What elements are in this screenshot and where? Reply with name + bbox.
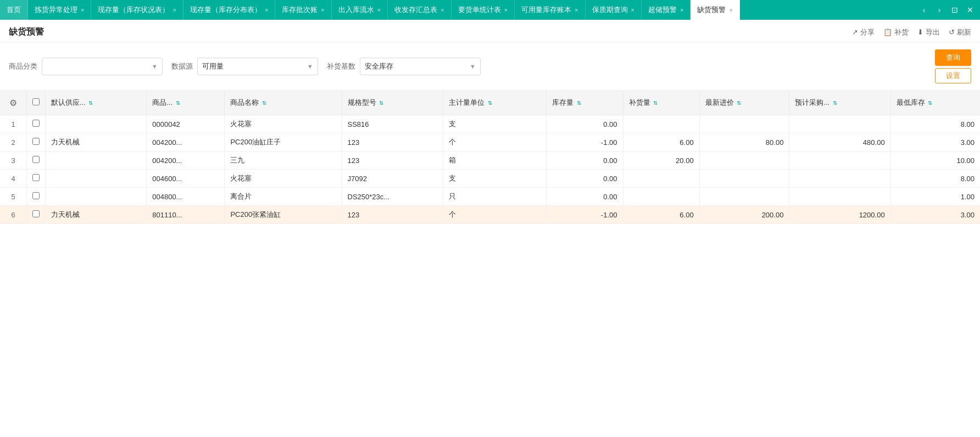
col-supplier[interactable]: 默认供应... ⇅ bbox=[46, 91, 147, 115]
export-action[interactable]: ⬇ 导出 bbox=[917, 27, 940, 37]
table-row: 2 力天机械 004200... PC200油缸庄子 123 个 -1.00 6… bbox=[0, 133, 980, 152]
col-replenish-qty[interactable]: 补货量 ⇅ bbox=[623, 91, 699, 115]
query-button[interactable]: 查询 bbox=[935, 49, 971, 66]
replenish-label: 补货基数 bbox=[327, 61, 355, 71]
share-action[interactable]: ↗ 分享 bbox=[852, 27, 875, 37]
category-select[interactable]: ▼ bbox=[42, 58, 163, 75]
tab-picking[interactable]: 拣货异常处理 × bbox=[28, 0, 91, 20]
tab-stock-status[interactable]: 现存量（库存状况表） × bbox=[91, 0, 183, 20]
export-icon: ⬇ bbox=[917, 28, 923, 36]
row-check-1[interactable] bbox=[27, 115, 46, 133]
row-stock-6: -1.00 bbox=[547, 206, 623, 224]
row-check-3[interactable] bbox=[27, 152, 46, 170]
select-all-checkbox[interactable] bbox=[32, 98, 40, 105]
row-replenish-qty-2: 6.00 bbox=[623, 133, 699, 152]
row-est-purchase-5 bbox=[789, 188, 890, 206]
row-checkbox-6[interactable] bbox=[32, 210, 40, 217]
row-min-stock-6: 3.00 bbox=[890, 206, 980, 224]
tab-expiry[interactable]: 保质期查询 × bbox=[586, 0, 642, 20]
row-check-4[interactable] bbox=[27, 170, 46, 188]
row-product-code-5: 004800... bbox=[147, 188, 225, 206]
tab-demand[interactable]: 要货单统计表 × bbox=[452, 0, 515, 20]
row-checkbox-1[interactable] bbox=[32, 120, 40, 127]
close-tab-shortage[interactable]: × bbox=[729, 7, 732, 13]
nav-next-btn[interactable]: › bbox=[932, 2, 947, 18]
col-product-name[interactable]: 商品名称 ⇅ bbox=[225, 91, 342, 115]
row-num-4: 4 bbox=[0, 170, 27, 188]
row-replenish-qty-1 bbox=[623, 115, 699, 133]
tab-home[interactable]: 首页 bbox=[0, 0, 28, 20]
table-settings-btn[interactable]: ⚙ bbox=[5, 95, 21, 110]
tab-summary[interactable]: 收发存汇总表 × bbox=[388, 0, 451, 20]
row-check-2[interactable] bbox=[27, 133, 46, 152]
row-est-purchase-1 bbox=[789, 115, 890, 133]
col-spec[interactable]: 规格型号 ⇅ bbox=[342, 91, 443, 115]
col-latest-price[interactable]: 最新进价 ⇅ bbox=[699, 91, 789, 115]
nav-close-btn[interactable]: ✕ bbox=[962, 2, 978, 18]
close-tab-flow[interactable]: × bbox=[377, 7, 381, 13]
data-table: ⚙ 默认供应... ⇅ 商品... ⇅ 商品名称 ⇅ bbox=[0, 91, 980, 224]
col-est-purchase[interactable]: 预计采购... ⇅ bbox=[789, 91, 890, 115]
tab-shortage[interactable]: 缺货预警 × bbox=[691, 0, 739, 20]
refresh-action[interactable]: ↺ 刷新 bbox=[949, 27, 971, 37]
settings-button[interactable]: 设置 bbox=[935, 68, 971, 83]
row-replenish-qty-4 bbox=[623, 170, 699, 188]
datasource-select[interactable]: 可用量 ▼ bbox=[197, 58, 318, 75]
table-row: 3 004200... 三九 123 箱 0.00 20.00 10.00 bbox=[0, 152, 980, 170]
datasource-label: 数据源 bbox=[171, 61, 193, 71]
row-check-6[interactable] bbox=[27, 206, 46, 224]
sort-product-code-icon: ⇅ bbox=[176, 100, 180, 106]
close-tab-demand[interactable]: × bbox=[504, 7, 508, 13]
tab-batch[interactable]: 库存批次账 × bbox=[275, 0, 331, 20]
row-est-purchase-3 bbox=[789, 152, 890, 170]
row-num-5: 5 bbox=[0, 188, 27, 206]
row-checkbox-2[interactable] bbox=[32, 138, 40, 145]
nav-prev-btn[interactable]: ‹ bbox=[916, 2, 932, 18]
top-nav: 首页 拣货异常处理 × 现存量（库存状况表） × 现存量（库存分布表） × 库存… bbox=[0, 0, 980, 20]
col-unit[interactable]: 主计量单位 ⇅ bbox=[443, 91, 547, 115]
row-spec-6: 123 bbox=[342, 206, 443, 224]
col-stock[interactable]: 库存量 ⇅ bbox=[547, 91, 623, 115]
tab-overstock[interactable]: 超储预警 × bbox=[642, 0, 691, 20]
row-latest-price-5 bbox=[699, 188, 789, 206]
row-supplier-3 bbox=[46, 152, 147, 170]
header-actions: ↗ 分享 📋 补货 ⬇ 导出 ↺ 刷新 bbox=[852, 27, 971, 37]
row-unit-4: 支 bbox=[443, 170, 547, 188]
tab-available[interactable]: 可用量库存账本 × bbox=[515, 0, 585, 20]
col-settings-icon[interactable]: ⚙ bbox=[0, 91, 27, 115]
sort-stock-icon: ⇅ bbox=[577, 100, 581, 106]
tab-flow[interactable]: 出入库流水 × bbox=[332, 0, 388, 20]
sort-product-name-icon: ⇅ bbox=[262, 100, 266, 106]
table-header-row: ⚙ 默认供应... ⇅ 商品... ⇅ 商品名称 ⇅ bbox=[0, 91, 980, 115]
close-tab-available[interactable]: × bbox=[575, 7, 578, 13]
supplement-action[interactable]: 📋 补货 bbox=[883, 27, 909, 37]
row-replenish-qty-5 bbox=[623, 188, 699, 206]
tab-stock-dist[interactable]: 现存量（库存分布表） × bbox=[183, 0, 275, 20]
close-tab-stock-dist[interactable]: × bbox=[265, 7, 268, 13]
close-tab-batch[interactable]: × bbox=[321, 7, 324, 13]
close-tab-summary[interactable]: × bbox=[441, 7, 444, 13]
close-tab-overstock[interactable]: × bbox=[680, 7, 683, 13]
row-checkbox-3[interactable] bbox=[32, 156, 40, 163]
replenish-select[interactable]: 安全库存 ▼ bbox=[360, 58, 481, 75]
col-min-stock[interactable]: 最低库存 ⇅ bbox=[890, 91, 980, 115]
row-product-name-2: PC200油缸庄子 bbox=[225, 133, 342, 152]
col-checkbox[interactable] bbox=[27, 91, 46, 115]
nav-restore-btn[interactable]: ⊡ bbox=[947, 2, 962, 18]
close-tab-expiry[interactable]: × bbox=[631, 7, 634, 13]
row-product-name-5: 离合片 bbox=[225, 188, 342, 206]
row-checkbox-5[interactable] bbox=[32, 192, 40, 199]
table-row: 6 力天机械 801110... PC200张紧油缸 123 个 -1.00 6… bbox=[0, 206, 980, 224]
row-est-purchase-6: 1200.00 bbox=[789, 206, 890, 224]
row-check-5[interactable] bbox=[27, 188, 46, 206]
close-tab-picking[interactable]: × bbox=[81, 7, 84, 13]
row-checkbox-4[interactable] bbox=[32, 174, 40, 181]
close-tab-stock-status[interactable]: × bbox=[172, 7, 176, 13]
row-supplier-4 bbox=[46, 170, 147, 188]
replenish-filter-group: 补货基数 安全库存 ▼ bbox=[327, 58, 481, 75]
sort-price-icon: ⇅ bbox=[737, 100, 741, 106]
sort-supplier-icon: ⇅ bbox=[88, 100, 93, 106]
row-num-1: 1 bbox=[0, 115, 27, 133]
col-product-code[interactable]: 商品... ⇅ bbox=[147, 91, 225, 115]
row-min-stock-4: 8.00 bbox=[890, 170, 980, 188]
